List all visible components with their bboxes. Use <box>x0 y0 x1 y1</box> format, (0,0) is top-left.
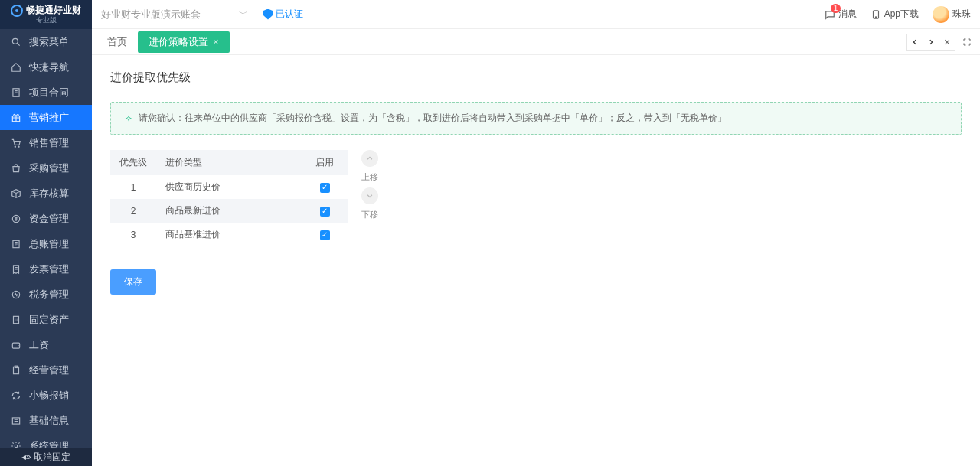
tab-price-strategy[interactable]: 进价策略设置 × <box>138 31 230 53</box>
box-icon <box>11 188 21 199</box>
app-download-button[interactable]: App下载 <box>871 8 919 21</box>
sidebar-label: 发票管理 <box>29 262 69 276</box>
col-priority: 优先级 <box>110 150 156 175</box>
sidebar-pin-toggle[interactable]: ◂» 取消固定 <box>0 448 92 466</box>
sidebar-label: 项目合同 <box>29 86 69 99</box>
checkbox-enabled[interactable]: ✓ <box>320 230 330 240</box>
info-text: 请您确认：往来单位中的供应商「采购报价含税」设置，为「含税」，取到进价后将自动带… <box>139 112 727 125</box>
sidebar-item-marketing[interactable]: 营销推广 <box>0 105 92 130</box>
checkbox-enabled[interactable]: ✓ <box>320 207 330 217</box>
chevron-up-icon <box>366 155 374 162</box>
tab-prev-button[interactable] <box>906 34 923 51</box>
verified-badge[interactable]: 已认证 <box>263 8 303 21</box>
expand-icon <box>962 37 972 47</box>
sidebar-item-salary[interactable]: 工资 <box>0 332 92 357</box>
cell-priority: 1 <box>110 175 156 199</box>
download-icon <box>871 9 881 20</box>
col-enable: 启用 <box>302 150 348 175</box>
top-header: 好业财专业版演示账套 ﹀ 已认证 消息 1 App下载 珠珠 <box>92 0 980 29</box>
sidebar-item-shortcut[interactable]: 快捷导航 <box>0 54 92 80</box>
table-header-row: 优先级 进价类型 启用 <box>110 150 348 175</box>
close-icon[interactable]: × <box>213 36 219 47</box>
move-down-label: 下移 <box>361 209 378 220</box>
sidebar-label: 工资 <box>29 338 49 352</box>
sidebar-item-funds[interactable]: 资金管理 <box>0 206 92 231</box>
table-row[interactable]: 1 供应商历史价 ✓ <box>110 175 348 199</box>
info-icon: ✧ <box>125 113 132 124</box>
move-down-button[interactable] <box>361 187 378 204</box>
sidebar-item-sales[interactable]: 销售管理 <box>0 130 92 155</box>
sidebar-item-operation[interactable]: 经营管理 <box>0 357 92 383</box>
tax-icon <box>11 289 21 300</box>
sidebar-item-tax[interactable]: 税务管理 <box>0 282 92 307</box>
company-selector[interactable]: 好业财专业版演示账套 <box>101 8 239 21</box>
sidebar-label: 资金管理 <box>29 212 69 226</box>
brand-bar: 畅捷通好业财 专业版 <box>0 0 92 29</box>
tab-active-label: 进价策略设置 <box>149 35 208 49</box>
cell-priority: 2 <box>110 199 156 223</box>
avatar-icon <box>933 6 949 23</box>
message-badge: 1 <box>831 4 841 13</box>
save-button[interactable]: 保存 <box>110 269 156 295</box>
book-icon <box>11 239 21 249</box>
fullscreen-button[interactable] <box>959 34 975 51</box>
svg-point-2 <box>12 38 18 44</box>
wallet-icon <box>11 340 21 350</box>
content-area: 进价提取优先级 ✧ 请您确认：往来单位中的供应商「采购报价含税」设置，为「含税」… <box>92 55 980 466</box>
user-name: 珠珠 <box>952 8 971 21</box>
chevron-down-icon[interactable]: ﹀ <box>239 8 248 21</box>
sidebar-item-expense[interactable]: 小畅报销 <box>0 383 92 408</box>
sidebar-item-search[interactable]: 搜索菜单 <box>0 29 92 54</box>
sidebar-label: 税务管理 <box>29 288 69 301</box>
sidebar-label: 库存核算 <box>29 187 69 200</box>
building-icon <box>11 314 21 325</box>
svg-point-5 <box>15 146 15 147</box>
page-title: 进价提取优先级 <box>110 70 962 85</box>
move-up-label: 上移 <box>361 171 378 183</box>
bag-icon <box>11 163 21 174</box>
table-row[interactable]: 3 商品基准进价 ✓ <box>110 223 348 246</box>
shield-icon <box>263 9 273 20</box>
chevron-right-icon <box>927 38 935 46</box>
sidebar-item-purchase[interactable]: 采购管理 <box>0 155 92 181</box>
receipt-icon <box>11 264 21 275</box>
user-menu[interactable]: 珠珠 <box>933 6 971 23</box>
svg-point-1 <box>875 16 876 17</box>
sidebar-label: 采购管理 <box>29 161 69 175</box>
table-row[interactable]: 2 商品最新进价 ✓ <box>110 199 348 223</box>
sidebar-item-invoice[interactable]: 发票管理 <box>0 256 92 282</box>
sidebar-label: 经营管理 <box>29 363 69 377</box>
doc-icon <box>11 87 21 98</box>
close-icon: × <box>944 36 950 48</box>
tab-next-button[interactable] <box>923 34 939 51</box>
brand-logo-icon <box>11 5 23 17</box>
chevron-left-icon <box>911 38 919 46</box>
sidebar-label: 总账管理 <box>29 237 69 251</box>
tab-bar: 首页 进价策略设置 × × <box>92 29 980 55</box>
move-controls: 上移 下移 <box>361 150 378 220</box>
sidebar-item-inventory[interactable]: 库存核算 <box>0 181 92 206</box>
sidebar-label: 小畅报销 <box>29 389 69 402</box>
message-button[interactable]: 消息 1 <box>825 8 857 21</box>
sidebar-item-project[interactable]: 项目合同 <box>0 80 92 105</box>
svg-point-15 <box>15 445 18 448</box>
sidebar-label: 搜索菜单 <box>29 35 69 49</box>
sidebar-label: 营销推广 <box>29 111 69 125</box>
verified-label: 已认证 <box>276 8 303 21</box>
sidebar-footer-label: 取消固定 <box>34 451 70 464</box>
sidebar-item-ledger[interactable]: 总账管理 <box>0 231 92 256</box>
sidebar-item-basic[interactable]: 基础信息 <box>0 408 92 433</box>
move-up-button[interactable] <box>361 150 378 167</box>
download-label: App下载 <box>884 8 919 21</box>
sidebar-label: 销售管理 <box>29 136 69 150</box>
refresh-icon <box>11 390 21 401</box>
tab-close-all-button[interactable]: × <box>939 34 956 51</box>
cart-icon <box>11 138 21 148</box>
search-icon <box>11 37 21 47</box>
gift-icon <box>11 112 21 123</box>
tab-home[interactable]: 首页 <box>96 29 138 55</box>
cell-type: 供应商历史价 <box>156 175 302 199</box>
sidebar-item-assets[interactable]: 固定资产 <box>0 307 92 332</box>
cell-priority: 3 <box>110 223 156 246</box>
checkbox-enabled[interactable]: ✓ <box>320 183 330 193</box>
